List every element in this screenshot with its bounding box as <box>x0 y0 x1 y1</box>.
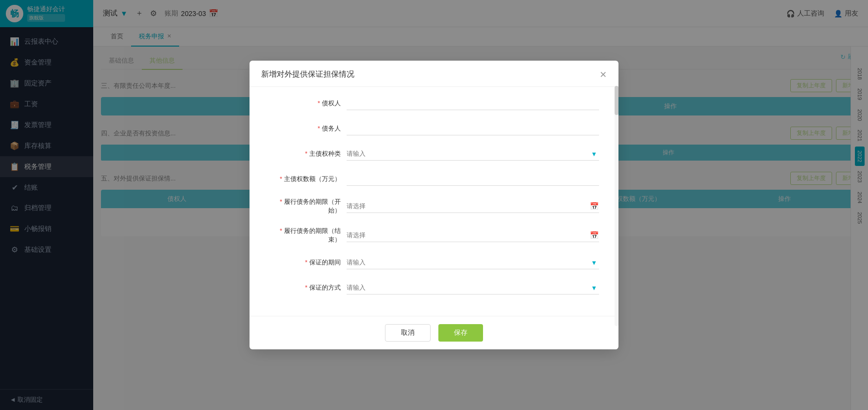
period-end-required: * <box>280 227 282 234</box>
debtor-input[interactable] <box>347 122 599 135</box>
claim-type-required: * <box>305 150 307 157</box>
dialog-close-btn[interactable]: ✕ <box>600 70 607 79</box>
field-debtor-row: * 债务人 <box>269 122 599 135</box>
claim-type-select-wrapper: ▼ <box>347 147 599 161</box>
period-start-calendar-icon[interactable]: 📅 <box>590 202 599 211</box>
period-start-date-wrapper: 📅 <box>347 199 599 213</box>
guarantee-period-required: * <box>305 259 307 266</box>
creditor-label: * 债权人 <box>269 99 347 108</box>
period-end-date-wrapper: 📅 <box>347 229 599 242</box>
field-guarantee-period-row: * 保证的期间 ▼ <box>269 256 599 269</box>
dialog-header: 新增对外提供保证担保情况 ✕ <box>250 61 618 87</box>
guarantee-method-select-wrapper: ▼ <box>347 281 599 295</box>
save-button[interactable]: 保存 <box>438 324 483 342</box>
debtor-label: * 债务人 <box>269 124 347 133</box>
dialog-title: 新增对外提供保证担保情况 <box>261 69 354 80</box>
dialog-scrollbar-track <box>615 86 618 326</box>
field-period-end-row: * 履行债务的期限（结束） 📅 <box>269 227 599 244</box>
creditor-input[interactable] <box>347 97 599 110</box>
claim-amount-required: * <box>280 175 282 182</box>
guarantee-method-label: * 保证的方式 <box>269 283 347 292</box>
dialog-body: * 债权人 * 债务人 * 主债权种类 <box>250 87 618 316</box>
field-claim-amount-row: * 主债权数额（万元） <box>269 172 599 186</box>
dialog-footer: 取消 保存 <box>250 316 618 349</box>
guarantee-period-select-wrapper: ▼ <box>347 256 599 269</box>
period-start-input[interactable] <box>347 199 590 213</box>
field-creditor-row: * 债权人 <box>269 97 599 110</box>
period-start-required: * <box>280 198 282 205</box>
claim-amount-input[interactable] <box>347 172 599 186</box>
guarantee-period-input[interactable] <box>347 256 599 269</box>
guarantee-method-input[interactable] <box>347 281 599 294</box>
period-end-input[interactable] <box>347 229 590 242</box>
guarantee-period-label: * 保证的期间 <box>269 258 347 267</box>
claim-type-label: * 主债权种类 <box>269 149 347 158</box>
dialog: 新增对外提供保证担保情况 ✕ * 债权人 * 债务人 <box>250 61 618 349</box>
modal-overlay: 新增对外提供保证担保情况 ✕ * 债权人 * 债务人 <box>0 0 868 410</box>
period-start-label: * 履行债务的期限（开始） <box>269 197 347 215</box>
cancel-button[interactable]: 取消 <box>385 324 431 342</box>
field-claim-type-row: * 主债权种类 ▼ <box>269 147 599 161</box>
guarantee-method-required: * <box>305 284 307 291</box>
field-period-start-row: * 履行债务的期限（开始） 📅 <box>269 197 599 215</box>
period-end-calendar-icon[interactable]: 📅 <box>590 231 599 240</box>
debtor-required: * <box>317 125 320 132</box>
creditor-required: * <box>317 99 320 107</box>
period-end-label: * 履行债务的期限（结束） <box>269 227 347 244</box>
claim-type-input[interactable] <box>347 147 599 160</box>
claim-amount-label: * 主债权数额（万元） <box>269 175 347 183</box>
field-guarantee-method-row: * 保证的方式 ▼ <box>269 281 599 295</box>
dialog-scrollbar-thumb[interactable] <box>615 86 618 115</box>
